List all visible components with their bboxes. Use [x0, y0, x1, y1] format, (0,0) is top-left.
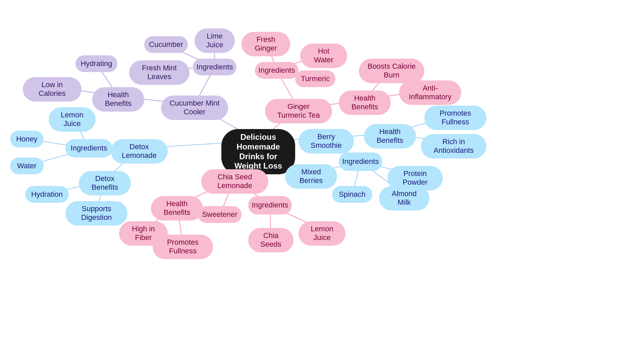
- detox-lemonade: Detox Lemonade: [111, 139, 168, 164]
- lemon-juice-csl: Lemon Juice: [299, 221, 345, 246]
- ingredients-cmc: Ingredients: [193, 59, 236, 75]
- health-benefits-gt: Health Benefits: [339, 90, 391, 115]
- cucumber-mint: Cucumber Mint Cooler: [161, 96, 228, 120]
- boosts-calorie: Boosts Calorie Burn: [359, 59, 424, 83]
- ingredients-gt: Ingredients: [255, 62, 299, 79]
- ingredients-detox: Ingredients: [65, 139, 112, 158]
- turmeric: Turmeric: [295, 70, 335, 87]
- anti-inflammatory: Anti-Inflammatory: [399, 80, 461, 105]
- chia-seed-lemon: Chia Seed Lemonade: [201, 169, 268, 194]
- promotes-fullness-csl: Promotes Fullness: [153, 235, 213, 259]
- ingredients-csl: Ingredients: [248, 196, 292, 215]
- hydration: Hydration: [25, 186, 69, 203]
- berry-smoothie: Berry Smoothie: [299, 129, 354, 154]
- almond-milk: Almond Milk: [379, 186, 429, 210]
- sweetener: Sweetener: [198, 206, 241, 223]
- supports-digestion: Supports Digestion: [65, 201, 127, 226]
- promotes-fullness-bs: Promotes Fullness: [424, 106, 486, 130]
- ginger-turmeric: Ginger Turmeric Tea: [265, 99, 332, 123]
- health-benefits-bs: Health Benefits: [364, 124, 416, 148]
- rich-antioxidants: Rich in Antioxidants: [421, 134, 486, 159]
- spinach: Spinach: [332, 186, 372, 203]
- honey: Honey: [10, 131, 44, 147]
- hydrating: Hydrating: [75, 55, 117, 72]
- mixed-berries: Mixed Berries: [285, 164, 337, 189]
- detox-benefits: Detox Benefits: [79, 171, 131, 195]
- fresh-mint: Fresh Mint Leaves: [129, 60, 190, 85]
- low-in-calories: Low in Calories: [23, 77, 82, 102]
- chia-seeds: Chia Seeds: [248, 228, 293, 252]
- water: Water: [10, 158, 44, 174]
- hot-water: Hot Water: [300, 44, 347, 68]
- fresh-ginger: Fresh Ginger: [241, 32, 290, 56]
- health-benefits-csl: Health Benefits: [151, 196, 203, 221]
- health-benefits-cmc: Health Benefits: [92, 87, 144, 112]
- center-node: Delicious Homemade Drinks for Weight Los…: [221, 129, 295, 174]
- lime-juice: Lime Juice: [195, 28, 235, 53]
- ingredients-bs: Ingredients: [339, 153, 382, 171]
- lemon-juice: Lemon Juice: [49, 107, 96, 132]
- cucumber: Cucumber: [144, 36, 188, 53]
